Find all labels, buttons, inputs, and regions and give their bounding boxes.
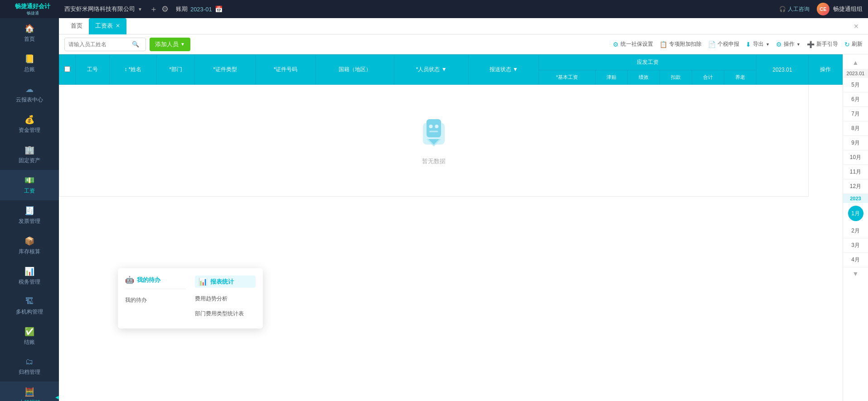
empty-state: 暂无数据 <box>62 88 805 193</box>
sidebar-item-fund[interactable]: 💰 资金管理 <box>0 109 59 140</box>
customer-service-label: 人工咨询 <box>788 5 810 13</box>
period-value: 2023-01 <box>190 6 212 13</box>
sidebar-item-tax[interactable]: 📊 税务管理 <box>0 261 59 291</box>
add-people-button[interactable]: 添加人员 ▼ <box>150 38 190 51</box>
sidebar-item-salary[interactable]: 💵 工资 <box>0 170 59 200</box>
salary-icon: 💵 <box>24 175 34 185</box>
sidebar-item-label: 固定资产 <box>19 157 40 164</box>
sidebar-item-settlement[interactable]: ✅ 结账 <box>0 321 59 352</box>
popup-menu: 🤖 我的待办 我的待办 📊 报表统计 <box>118 268 263 329</box>
sidebar-item-label: 资金管理 <box>19 126 40 134</box>
sidebar-item-label: 结账 <box>24 338 35 346</box>
new-guide-btn[interactable]: ➕ 新手引导 <box>807 40 838 48</box>
main-layout: 🏠 首页 📒 总账 ☁ 云报表中心 💰 资金管理 🏢 固定资产 💵 工资 🧾 发… <box>0 18 868 401</box>
timeline-nav-down[interactable]: ▼ <box>849 267 862 280</box>
avatar: CE <box>817 3 829 15</box>
sidebar-item-label: 工资 <box>24 187 35 195</box>
th-operation-col: 操作 <box>808 55 842 85</box>
operation-icon: ⚙ <box>776 41 782 48</box>
sidebar-item-label: 总账 <box>24 66 35 73</box>
sidebar-item-fixed-assets[interactable]: 🏢 固定资产 <box>0 140 59 170</box>
operation-btn[interactable]: ⚙ 操作 ▼ <box>776 40 800 48</box>
timeline-month-4[interactable]: 4月 <box>843 253 868 267</box>
svg-point-3 <box>435 125 438 128</box>
timeline-month-8[interactable]: 8月 <box>843 121 868 136</box>
settings-icon[interactable]: ⚙ <box>161 4 169 14</box>
todo-icon: 🤖 <box>125 275 134 284</box>
timeline-month-2[interactable]: 2月 <box>843 224 868 238</box>
user-name: 畅捷通组组 <box>833 5 863 13</box>
sidebar-item-label: 小畅报销 <box>19 399 40 401</box>
sidebar-expand-icon: ◀ <box>55 394 59 399</box>
timeline-month-9[interactable]: 9月 <box>843 136 868 150</box>
sidebar-item-ledger[interactable]: 📒 总账 <box>0 48 59 79</box>
tab-home[interactable]: 首页 <box>64 18 89 34</box>
timeline-month-6[interactable]: 6月 <box>843 92 868 107</box>
popup-col-report: 📊 报表统计 费用趋势分析 部门费用类型统计表 <box>195 275 256 321</box>
refresh-btn[interactable]: ↻ 刷新 <box>844 40 863 48</box>
company-selector[interactable]: 西安虾米网络科技有限公司 ▼ <box>64 5 142 13</box>
sidebar-item-multi-org[interactable]: 🏗 多机构管理 <box>0 291 59 321</box>
th-id-no: *证件号码 <box>255 55 315 85</box>
sidebar-item-invoice[interactable]: 🧾 发票管理 <box>0 200 59 231</box>
customer-service-btn[interactable]: 🎧 人工咨询 <box>779 5 810 13</box>
tax-icon: 📊 <box>24 266 34 276</box>
empty-icon <box>416 116 452 152</box>
search-input[interactable] <box>68 41 132 48</box>
tab-close-all-icon[interactable]: ✕ <box>850 23 863 30</box>
popup-item-expense-trend[interactable]: 费用趋势分析 <box>195 291 256 306</box>
operation-label: 操作 <box>784 40 795 48</box>
tab-close-icon[interactable]: ✕ <box>116 23 120 29</box>
sidebar-item-home[interactable]: 🏠 首页 <box>0 18 59 48</box>
special-deduction-btn[interactable]: 📋 专项附加扣除 <box>659 40 702 48</box>
personal-tax-btn[interactable]: 📄 个税申报 <box>708 40 739 48</box>
home-icon: 🏠 <box>24 24 34 34</box>
social-insurance-label: 统一社保设置 <box>621 40 653 48</box>
popup-item-my-todo-label: 我的待办 <box>125 297 147 303</box>
sidebar-item-cloud-report[interactable]: ☁ 云报表中心 <box>0 79 59 109</box>
fund-icon: 💰 <box>24 115 34 125</box>
sidebar-item-inventory[interactable]: 📦 库存核算 <box>0 231 59 261</box>
th-dept: *部门 <box>156 55 195 85</box>
th-checkbox <box>59 55 76 85</box>
sidebar-item-expense[interactable]: 🧮 小畅报销 ◀ <box>0 382 59 401</box>
timeline-month-10[interactable]: 10月 <box>843 150 868 165</box>
timeline-month-11[interactable]: 11月 <box>843 165 868 179</box>
expense-icon: 🧮 <box>24 387 34 397</box>
sidebar-item-archive[interactable]: 🗂 归档管理 <box>0 352 59 382</box>
logo-area: 畅捷通好会计 畅捷通 <box>5 2 60 16</box>
settlement-icon: ✅ <box>24 327 34 337</box>
export-dropdown-icon: ▼ <box>766 42 770 47</box>
refresh-icon: ↻ <box>844 41 850 48</box>
timeline-month-5[interactable]: 5月 <box>843 78 868 92</box>
timeline-month-7[interactable]: 7月 <box>843 107 868 121</box>
timeline-month-12[interactable]: 12月 <box>843 179 868 194</box>
select-all-checkbox[interactable] <box>64 66 70 72</box>
export-icon: ⬇ <box>746 41 751 48</box>
th-year-month: 2023.01 <box>756 55 809 85</box>
timeline-panel: ▲ 2023.01 5月 6月 7月 8月 9月 10月 11月 12月 202… <box>843 54 868 401</box>
timeline-year-prev: 2023.01 <box>843 69 868 78</box>
export-btn[interactable]: ⬇ 导出 ▼ <box>746 40 770 48</box>
th-emp-no: 工号 <box>76 55 110 85</box>
th-base-salary: *基本工资 <box>539 70 595 85</box>
add-icon[interactable]: ＋ <box>150 4 158 14</box>
timeline-month-1[interactable]: 1月 <box>848 206 863 221</box>
tab-home-label: 首页 <box>71 22 82 30</box>
svg-rect-1 <box>427 119 441 137</box>
tab-salary[interactable]: 工资表 ✕ <box>89 18 126 34</box>
popup-cols: 🤖 我的待办 我的待办 📊 报表统计 <box>125 275 256 321</box>
user-area[interactable]: CE 畅捷通组组 <box>817 3 863 15</box>
th-deduction: 扣款 <box>659 70 692 85</box>
popup-item-dept-expense[interactable]: 部门费用类型统计表 <box>195 306 256 321</box>
timeline-nav-up[interactable]: ▲ <box>849 56 862 69</box>
th-name: ↕ *姓名 <box>110 55 157 85</box>
tab-bar: 首页 工资表 ✕ ✕ <box>59 18 868 34</box>
calendar-icon[interactable]: 📅 <box>215 5 223 13</box>
search-input-wrap: 🔍 <box>64 38 146 51</box>
company-name: 西安虾米网络科技有限公司 <box>64 5 135 13</box>
popup-item-my-todo[interactable]: 我的待办 <box>125 293 186 308</box>
social-insurance-btn[interactable]: ⚙ 统一社保设置 <box>613 40 653 48</box>
timeline-month-3[interactable]: 3月 <box>843 238 868 253</box>
search-icon[interactable]: 🔍 <box>132 41 139 48</box>
